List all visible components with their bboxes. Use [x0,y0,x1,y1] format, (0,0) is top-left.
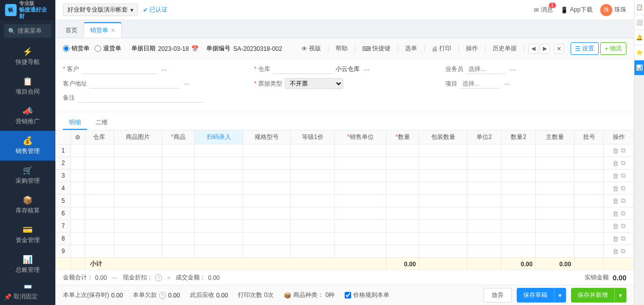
radio-return[interactable]: 退货单 [95,44,121,53]
staff-input[interactable] [466,64,506,74]
row-2-product[interactable] [162,157,195,170]
tab-home[interactable]: 首页 [60,23,83,38]
row-2-spec[interactable] [243,157,290,170]
action-bangzhu[interactable]: 帮助 [333,43,351,54]
row-1-product[interactable] [162,144,195,157]
right-btn-4[interactable]: ⭐ [634,45,644,60]
row-4-delete-icon[interactable]: 🗑 [612,185,619,192]
row-8-delete-icon[interactable]: 🗑 [612,235,619,243]
user-menu[interactable]: 珠 珠珠 [600,4,626,16]
row-5-copy-icon[interactable]: ⧉ [621,197,625,205]
row-2-batch[interactable] [575,157,604,170]
row-4-copy-icon[interactable]: ⧉ [621,184,625,192]
row-1-qty2[interactable] [502,144,536,157]
project-dots[interactable]: ··· [504,80,510,88]
debt-help-icon[interactable]: ? [159,292,166,299]
row-2-unit2[interactable] [467,157,501,170]
calendar-icon[interactable]: 📅 [191,45,199,52]
row-1-unit2[interactable] [467,144,501,157]
warehouse-input[interactable] [273,64,333,74]
tab-mingxi[interactable]: 明细 [63,116,87,130]
staff-dots[interactable]: ··· [510,65,516,73]
row-1-price1[interactable] [291,144,335,157]
row-2-qty2[interactable] [502,157,536,170]
row-1-pack-qty[interactable] [419,144,467,157]
row-1-spec[interactable] [243,144,290,157]
settings-button[interactable]: ☰ 设置 [571,42,599,55]
save-new-arrow[interactable]: ▾ [614,288,626,302]
row-2-main-qty[interactable] [536,157,575,170]
row-7-delete-icon[interactable]: 🗑 [612,222,619,230]
action-lishidanju[interactable]: 历史单据 [490,43,520,54]
sidebar-item-yingxiaotuiguang[interactable]: 📣 营销推广 [0,101,55,131]
radio-sale[interactable]: 销货单 [63,44,90,53]
row-9-copy-icon[interactable]: ⧉ [621,247,625,255]
radio-return-input[interactable] [95,45,101,52]
row-7-copy-icon[interactable]: ⧉ [621,222,625,230]
save-draft-arrow[interactable]: ▾ [554,288,566,302]
sidebar-pin-toggle[interactable]: 📌 取消固定 [0,288,55,305]
customer-input[interactable] [82,64,157,74]
app-download-button[interactable]: 📱 App下载 [560,6,593,14]
tab-close-icon[interactable]: ✕ [111,27,115,34]
address-input[interactable] [90,79,180,89]
row-1-qty[interactable] [386,144,419,157]
logistics-button[interactable]: + 物流 [600,42,626,55]
warehouse-dots[interactable]: ··· [364,65,370,73]
company-selector[interactable]: 好业财专业版演示帐套 ▾ [63,4,138,16]
sidebar-item-zongzhangguanli[interactable]: 📊 总账管理 [0,250,55,279]
sidebar-item-kucunhesuan[interactable]: 📦 库存核算 [0,190,55,220]
sidebar-item-xiaoshouguanli[interactable]: 💰 销售管理 [0,131,55,161]
sidebar-item-xiangmuhetong[interactable]: 📋 项目合同 [0,71,55,101]
row-6-copy-icon[interactable]: ⧉ [621,209,625,217]
row-1-delete-icon[interactable]: 🗑 [612,147,619,155]
price-rule-checkbox-input[interactable] [345,292,351,298]
prev-arrow[interactable]: ◀ [528,44,538,54]
right-btn-2[interactable]: ⬜ [634,15,644,30]
message-button[interactable]: ✉ 消息 1 [534,6,553,14]
row-3-copy-icon[interactable]: ⧉ [621,172,625,180]
sidebar-item-caigouguanli[interactable]: 🛒 采购管理 [0,161,55,190]
row-1-copy-icon[interactable]: ⧉ [621,146,625,155]
ticket-select[interactable]: 不开票 增值税普通发票 增值税专用发票 [285,78,343,89]
tab-erwei[interactable]: 二维 [90,116,114,130]
row-2-copy-icon[interactable]: ⧉ [621,159,625,167]
row-6-delete-icon[interactable]: 🗑 [612,210,619,217]
row-2-pack-qty[interactable] [419,157,467,170]
customer-dots[interactable]: ··· [161,65,167,73]
row-2-price1[interactable] [291,157,335,170]
sidebar-item-kuaijiedaohang[interactable]: ⚡ 快捷导航 [0,42,55,71]
close-button[interactable]: ✕ [554,44,564,54]
row-3-delete-icon[interactable]: 🗑 [612,172,619,180]
row-9-delete-icon[interactable]: 🗑 [612,248,619,255]
radio-sale-input[interactable] [63,45,69,52]
note-input[interactable] [77,93,203,103]
row-1-main-qty[interactable] [536,144,575,157]
row-1-barcode[interactable] [195,144,243,157]
abandon-button[interactable]: 放弃 [484,288,512,302]
action-dayin[interactable]: 🖨 打印 [429,43,454,54]
sidebar-item-zijinguanli[interactable]: 💳 资金管理 [0,220,55,250]
address-dots[interactable]: ··· [184,80,190,88]
row-8-copy-icon[interactable]: ⧉ [621,235,625,243]
action-kuaijiejian[interactable]: ⌨ 快捷键 [359,43,393,54]
save-draft-button[interactable]: 保存草稿 [517,288,554,302]
row-1-unit[interactable] [335,144,386,157]
search-menu-button[interactable]: 🔍 搜索菜单 [4,24,51,38]
row-2-warehouse[interactable] [85,157,114,170]
price-rule-checkbox[interactable]: 价格规则本单 [345,291,389,299]
row-2-qty[interactable] [386,157,419,170]
save-new-button[interactable]: 保存并新增 [571,288,614,302]
action-shiban[interactable]: 👁 视版 [298,43,324,54]
action-xuandan[interactable]: 选单 [402,43,420,54]
th-settings[interactable]: ⚙ [71,130,85,144]
row-2-unit[interactable] [335,157,386,170]
row-1-batch[interactable] [575,144,604,157]
project-input[interactable] [460,79,500,89]
help-icon[interactable]: ? [155,274,162,281]
right-btn-3[interactable]: 🔔 [634,30,644,45]
row-1-warehouse[interactable] [85,144,114,157]
row-5-delete-icon[interactable]: 🗑 [612,197,619,205]
right-btn-5[interactable]: 📊 [634,60,644,75]
row-2-barcode[interactable] [195,157,243,170]
